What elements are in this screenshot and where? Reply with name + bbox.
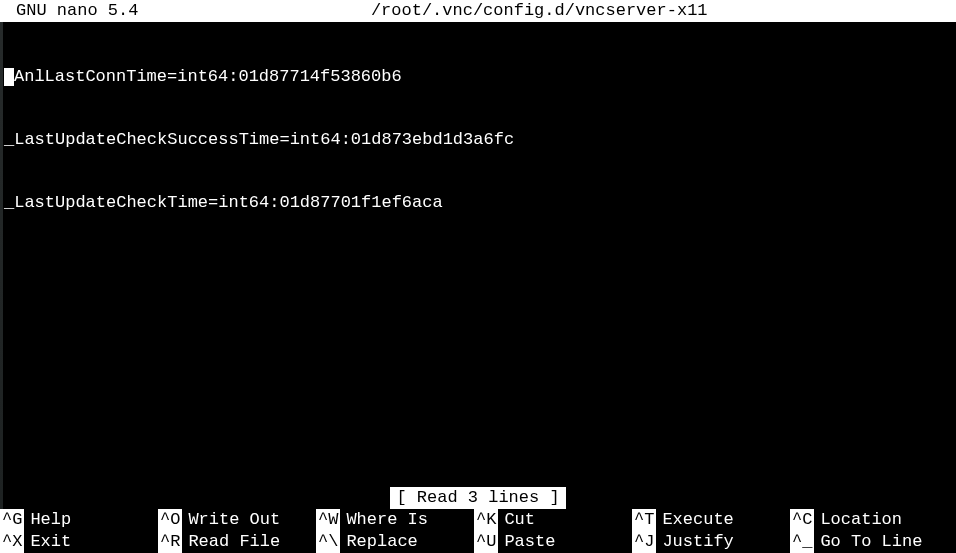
shortcut-key: ^\ — [316, 531, 340, 553]
shortcut-label: Write Out — [182, 509, 280, 531]
shortcut-row: ^G Help ^O Write Out ^W Where Is ^K Cut … — [0, 509, 956, 531]
shortcut-label: Location — [814, 509, 902, 531]
shortcut-key: ^C — [790, 509, 814, 531]
editor-text: _LastUpdateCheckTime=int64:01d87701f1ef6… — [4, 193, 443, 212]
editor-line[interactable]: _LastUpdateCheckTime=int64:01d87701f1ef6… — [4, 192, 952, 213]
shortcut-label: Where Is — [340, 509, 428, 531]
terminal-window: GNU nano 5.4 /root/.vnc/config.d/vncserv… — [0, 0, 956, 553]
shortcut-row: ^X Exit ^R Read File ^\ Replace ^U Paste… — [0, 531, 956, 553]
shortcut-label: Go To Line — [814, 531, 922, 553]
shortcut-gotoline[interactable]: ^_ Go To Line — [790, 531, 948, 553]
shortcut-key: ^G — [0, 509, 24, 531]
status-message: [ Read 3 lines ] — [390, 487, 565, 509]
shortcut-cut[interactable]: ^K Cut — [474, 509, 632, 531]
shortcut-whereis[interactable]: ^W Where Is — [316, 509, 474, 531]
shortcut-writeout[interactable]: ^O Write Out — [158, 509, 316, 531]
shortcut-label: Justify — [656, 531, 733, 553]
editor-line[interactable]: AnlLastConnTime=int64:01d87714f53860b6 — [4, 66, 952, 87]
shortcut-label: Cut — [498, 509, 535, 531]
shortcut-bar: ^G Help ^O Write Out ^W Where Is ^K Cut … — [0, 509, 956, 553]
shortcut-justify[interactable]: ^J Justify — [632, 531, 790, 553]
shortcut-label: Replace — [340, 531, 417, 553]
shortcut-help[interactable]: ^G Help — [0, 509, 158, 531]
shortcut-exit[interactable]: ^X Exit — [0, 531, 158, 553]
shortcut-label: Read File — [182, 531, 280, 553]
editor-text: AnlLastConnTime=int64:01d87714f53860b6 — [14, 67, 402, 86]
file-path: /root/.vnc/config.d/vncserver-x11 — [138, 0, 940, 22]
shortcut-readfile[interactable]: ^R Read File — [158, 531, 316, 553]
shortcut-label: Execute — [656, 509, 733, 531]
status-bar: [ Read 3 lines ] — [0, 487, 956, 509]
cursor — [4, 68, 14, 86]
shortcut-label: Paste — [498, 531, 555, 553]
shortcut-key: ^W — [316, 509, 340, 531]
shortcut-key: ^U — [474, 531, 498, 553]
shortcut-key: ^K — [474, 509, 498, 531]
window-edge — [0, 22, 3, 509]
shortcut-key: ^T — [632, 509, 656, 531]
shortcut-key: ^R — [158, 531, 182, 553]
editor-line[interactable]: _LastUpdateCheckSuccessTime=int64:01d873… — [4, 129, 952, 150]
titlebar: GNU nano 5.4 /root/.vnc/config.d/vncserv… — [0, 0, 956, 22]
editor-area[interactable]: AnlLastConnTime=int64:01d87714f53860b6 _… — [0, 22, 956, 255]
shortcut-replace[interactable]: ^\ Replace — [316, 531, 474, 553]
shortcut-label: Exit — [24, 531, 71, 553]
shortcut-key: ^X — [0, 531, 24, 553]
shortcut-label: Help — [24, 509, 71, 531]
editor-text: _LastUpdateCheckSuccessTime=int64:01d873… — [4, 130, 514, 149]
shortcut-key: ^J — [632, 531, 656, 553]
shortcut-key: ^O — [158, 509, 182, 531]
shortcut-execute[interactable]: ^T Execute — [632, 509, 790, 531]
shortcut-location[interactable]: ^C Location — [790, 509, 948, 531]
shortcut-paste[interactable]: ^U Paste — [474, 531, 632, 553]
shortcut-key: ^_ — [790, 531, 814, 553]
app-name: GNU nano 5.4 — [0, 0, 138, 22]
